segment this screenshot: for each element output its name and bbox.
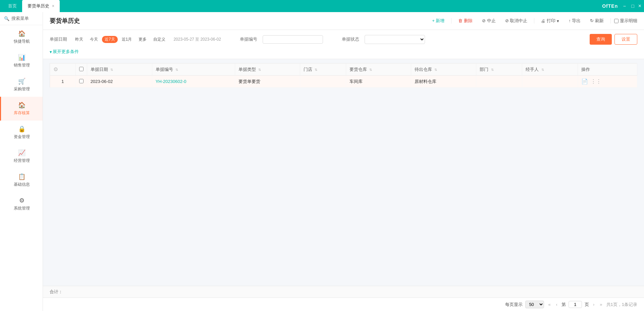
sidebar-item-label: 经营管理 — [14, 158, 30, 164]
sort-dept-icon[interactable]: ⇅ — [491, 68, 494, 72]
sidebar-item-finance[interactable]: 🔒 资金管理 — [0, 121, 43, 144]
window-maximize-button[interactable]: □ — [631, 3, 634, 9]
edit-icon[interactable]: 📄 — [581, 78, 588, 85]
sidebar-item-label: 资金管理 — [14, 134, 30, 140]
status-label: 单据状态 — [342, 36, 359, 42]
prev-group-button[interactable]: « — [547, 301, 552, 308]
sort-type-icon[interactable]: ⇅ — [258, 68, 261, 72]
system-icon: ⚙ — [19, 197, 24, 204]
shortcut-7days[interactable]: 近7天 — [102, 36, 118, 43]
sidebar-item-sales[interactable]: 📊 销售管理 — [0, 49, 43, 73]
row-checkbox-cell — [75, 76, 87, 88]
sort-store-icon[interactable]: ⇅ — [315, 68, 317, 72]
col-date-label: 单据日期 — [91, 67, 108, 72]
brand-logo: OfTEn — [602, 3, 618, 9]
sidebar-item-label: 基础信息 — [14, 182, 30, 187]
sidebar-item-operation[interactable]: 📈 经营管理 — [0, 144, 43, 168]
stop-button[interactable]: ⊘ 中止 — [479, 16, 499, 26]
expand-more-btn[interactable]: ▾ 展开更多条件 — [50, 49, 79, 55]
print-label: 打印 — [547, 18, 555, 24]
col-handler: 经手人 ⇅ — [522, 63, 578, 76]
show-detail-checkbox[interactable] — [614, 19, 619, 23]
settings-col-header: ⚙ — [50, 63, 76, 76]
table-body: 1 2023-06-02 YH-20230602-0 要货单要货 车间库 原材料… — [50, 76, 637, 88]
col-pending-warehouse: 待出仓库 ⇅ — [411, 63, 476, 76]
page-header: 要货单历史 + 新增 🗑 删除 ⊘ 中止 ⊘ 取消中止 🖨 打印 ▾ ↑ 导出 … — [43, 12, 644, 30]
pagination-bar: 每页显示 50 10 20 100 « ‹ 第 页 › » 共1页，1条记录 — [43, 298, 644, 311]
prev-button[interactable]: ‹ — [555, 301, 559, 308]
sales-icon: 📊 — [18, 54, 25, 61]
date-filter-label: 单据日期 — [50, 36, 67, 42]
col-handler-label: 经手人 — [526, 67, 539, 72]
tab-home[interactable]: 首页 — [3, 0, 22, 12]
sidebar-item-label: 销售管理 — [14, 62, 30, 68]
col-department-label: 部门 — [480, 67, 488, 72]
sort-warehouse-icon[interactable]: ⇅ — [369, 68, 372, 72]
table-head: ⚙ 单据日期 ⇅ 单据编号 ⇅ — [50, 63, 637, 76]
basic-icon: 📋 — [18, 173, 25, 180]
show-detail-toggle[interactable]: 显示明细 — [614, 18, 637, 24]
sidebar-item-basic[interactable]: 📋 基础信息 — [0, 168, 43, 192]
sidebar-item-purchase[interactable]: 🛒 采购管理 — [0, 73, 43, 97]
select-all-checkbox[interactable] — [79, 67, 84, 71]
finance-icon: 🔒 — [18, 125, 25, 133]
shortcut-yesterday[interactable]: 昨天 — [72, 36, 86, 43]
shortcut-custom[interactable]: 自定义 — [151, 36, 168, 43]
col-type-label: 单据类型 — [238, 67, 256, 72]
query-button[interactable]: 查询 — [590, 34, 612, 45]
column-settings-icon[interactable]: ⚙ — [53, 66, 58, 72]
window-minimize-button[interactable]: － — [622, 3, 627, 10]
sort-handler-icon[interactable]: ⇅ — [541, 68, 544, 72]
show-detail-label: 显示明细 — [620, 18, 637, 24]
quick-nav-icon: 🏠 — [18, 30, 25, 37]
sidebar-item-label: 快捷导航 — [14, 39, 30, 44]
status-select[interactable] — [365, 35, 425, 44]
shortcut-1month[interactable]: 近1月 — [119, 36, 135, 43]
row-checkbox[interactable] — [79, 79, 84, 83]
checkbox-col-header — [75, 63, 87, 76]
tab-close-icon[interactable]: × — [52, 4, 54, 8]
delete-button[interactable]: 🗑 删除 — [455, 16, 476, 26]
sidebar-item-inventory[interactable]: 🏠 库存核算 — [0, 97, 43, 121]
col-order-no-label: 单据编号 — [156, 67, 173, 72]
page-size-select[interactable]: 50 10 20 100 — [525, 301, 544, 308]
sidebar: 🔍 搜索菜单 🏠 快捷导航 📊 销售管理 🛒 采购管理 🏠 库存核算 🔒 资金管… — [0, 12, 43, 311]
col-action: 操作 — [578, 63, 637, 76]
col-store-label: 门店 — [304, 67, 312, 72]
more-icon[interactable]: ⋮⋮ — [591, 78, 601, 85]
shortcut-more[interactable]: 更多 — [136, 36, 149, 43]
next-group-button[interactable]: » — [598, 301, 603, 308]
sort-order-no-icon[interactable]: ⇅ — [175, 68, 178, 72]
window-close-button[interactable]: × — [638, 3, 641, 9]
refresh-button[interactable]: ↻ 刷新 — [587, 16, 607, 26]
export-button[interactable]: ↑ 导出 — [565, 16, 584, 26]
page-number-input[interactable] — [569, 301, 582, 308]
footer-total-label: 合计： — [50, 289, 63, 295]
search-menu-label: 搜索菜单 — [11, 15, 29, 21]
order-no-input[interactable] — [263, 35, 323, 44]
table-area: ⚙ 单据日期 ⇅ 单据编号 ⇅ — [43, 59, 644, 286]
shortcut-today[interactable]: 今天 — [87, 36, 101, 43]
sidebar-item-quick-nav[interactable]: 🏠 快捷导航 — [0, 25, 43, 49]
action-buttons: 📄 ⋮⋮ — [581, 78, 634, 85]
purchase-icon: 🛒 — [18, 78, 25, 85]
inventory-icon: 🏠 — [18, 101, 25, 109]
setting-button[interactable]: 设置 — [614, 34, 637, 45]
next-button[interactable]: › — [592, 301, 596, 308]
filter-area: 单据日期 昨天 今天 近7天 近1月 更多 自定义 2023-05-27 至 2… — [43, 30, 644, 59]
print-button[interactable]: 🖨 打印 ▾ — [538, 16, 562, 26]
sort-pending-icon[interactable]: ⇅ — [434, 68, 437, 72]
operation-icon: 📈 — [18, 149, 25, 157]
col-action-label: 操作 — [581, 67, 590, 72]
print-dropdown-icon: ▾ — [557, 18, 559, 24]
search-menu[interactable]: 🔍 搜索菜单 — [0, 12, 43, 25]
tab-order-history[interactable]: 要货单历史 × — [22, 0, 60, 12]
new-button[interactable]: + 新增 — [429, 16, 448, 26]
page-number-prefix: 第 — [561, 302, 566, 308]
sidebar-item-label: 采购管理 — [14, 86, 30, 92]
sort-date-icon[interactable]: ⇅ — [110, 68, 113, 72]
sidebar-item-system[interactable]: ⚙ 系统管理 — [0, 192, 43, 216]
table-header-row: ⚙ 单据日期 ⇅ 单据编号 ⇅ — [50, 63, 637, 76]
cancel-stop-button[interactable]: ⊘ 取消中止 — [502, 16, 531, 26]
row-order-no-link[interactable]: YH-20230602-0 — [156, 79, 186, 84]
